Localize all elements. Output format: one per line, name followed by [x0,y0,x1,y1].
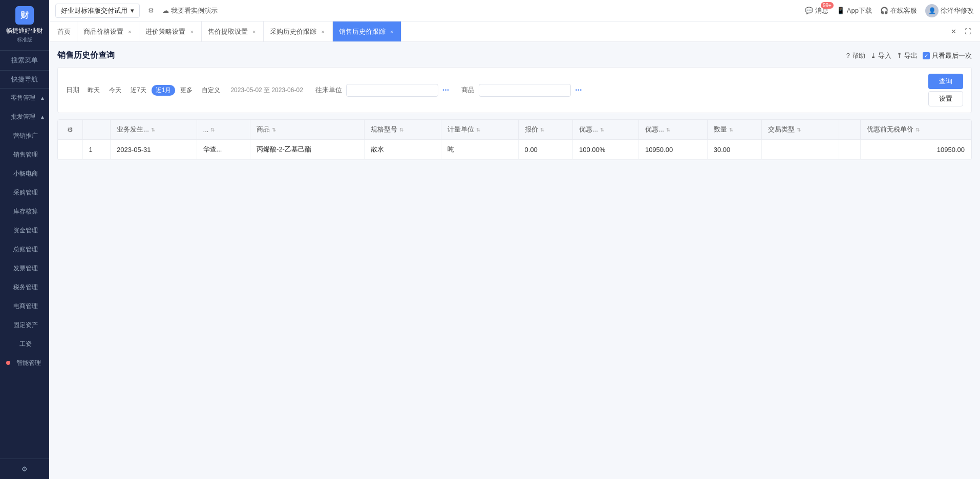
tab-sale-history[interactable]: 销售历史价跟踪 × [333,21,401,42]
page-header: 销售历史价查询 ? 帮助 ⤓ 导入 ⤒ 导出 ✓ 只看最后一次 [57,50,972,61]
sidebar-item-sales[interactable]: 销售管理 [0,145,49,164]
app-download-btn[interactable]: 📱 App下载 [837,6,872,15]
col-discount1[interactable]: 优惠... ⇅ [572,120,638,140]
sidebar-item-ledger[interactable]: 总账管理 [0,240,49,259]
col-pre-tax-price[interactable]: 优惠前无税单价 ⇅ [860,120,971,140]
sidebar-item-ecommerce-small[interactable]: 小畅电商 [0,164,49,183]
tab-sale-price[interactable]: 售价提取设置 × [202,21,264,42]
user-info[interactable]: 👤 徐泽华修改 [925,4,974,17]
tab-close-sale-price[interactable]: × [251,28,257,35]
col-quote[interactable]: 报价 ⇅ [518,120,572,140]
only-last-checkbox[interactable]: ✓ 只看最后一次 [923,51,972,60]
date-opt-1month[interactable]: 近1月 [152,85,176,96]
close-tab-btn[interactable]: ✕ [947,26,960,38]
sidebar-settings-btn[interactable]: ⚙ [0,459,49,479]
sort-icon: ⇅ [666,127,670,133]
topbar-right: 💬 消息 99+ 📱 App下载 🎧 在线客服 👤 徐泽华修改 [805,4,974,17]
sort-icon: ⇅ [540,127,544,133]
cell-quantity: 30.00 [707,140,761,160]
product-input[interactable] [479,84,571,97]
sidebar-item-marketing[interactable]: 营销推广 [0,126,49,145]
sidebar-item-finance[interactable]: 资金管理 [0,221,49,240]
query-button[interactable]: 查询 [928,74,963,89]
chevron-icon: ▲ [40,114,45,120]
sidebar-item-tax[interactable]: 税务管理 [0,278,49,297]
data-table: ⚙ 业务发生... ⇅ ... ⇅ [58,120,971,160]
col-tx-type[interactable]: 交易类型 ⇅ [762,120,839,140]
chevron-icon: ▲ [40,95,45,101]
sort-icon: ⇅ [729,127,733,133]
tab-price-strategy[interactable]: 进价策略设置 × [139,21,201,42]
sidebar-item-payroll[interactable]: 工资 [0,335,49,354]
export-icon: ⤒ [897,52,902,59]
col-biz-date[interactable]: 业务发生... ⇅ [110,120,197,140]
cell-discount1: 100.00% [572,140,638,160]
checkbox-checked-icon: ✓ [923,52,930,59]
product-dots[interactable]: ··· [575,85,582,95]
sidebar-item-ecommerce[interactable]: 电商管理 [0,297,49,316]
date-label: 日期 [66,85,79,95]
chevron-down-icon: ▾ [131,7,134,14]
settings-button[interactable]: 设置 [928,91,963,106]
table-container: ⚙ 业务发生... ⇅ ... ⇅ [57,119,972,160]
cell-discount2: 10950.00 [638,140,707,160]
import-link[interactable]: ⤓ 导入 [870,51,891,60]
col-spec[interactable]: 规格型号 ⇅ [364,120,441,140]
topbar-settings-btn[interactable]: ⚙ [144,4,158,18]
tab-close-price-strategy[interactable]: × [188,28,195,35]
sidebar-item-retail[interactable]: 零售管理 ▲ [0,89,49,107]
sidebar-item-purchase[interactable]: 采购管理 [0,183,49,202]
product-label: 商品 [461,85,475,95]
sidebar-search[interactable]: 搜索菜单 [0,51,49,71]
cell-quote: 0.00 [518,140,572,160]
col-unit[interactable]: 计量单位 ⇅ [441,120,518,140]
tab-purchase-history[interactable]: 采购历史价跟踪 × [264,21,332,42]
date-opt-yesterday[interactable]: 昨天 [83,85,104,96]
col-quantity[interactable]: 数量 ⇅ [707,120,761,140]
sidebar-item-wholesale[interactable]: 批发管理 ▲ [0,107,49,126]
sidebar-item-smart-mgmt[interactable]: 智能管理 [0,354,49,373]
sort-icon: ⇅ [797,127,801,133]
source-unit-input[interactable] [346,84,438,97]
tab-close-purchase-history[interactable]: × [319,28,326,35]
tab-close-product-price[interactable]: × [126,28,133,35]
sidebar-item-invoice[interactable]: 发票管理 [0,259,49,278]
download-icon: 📱 [837,7,845,14]
topbar-left: 好业财标准版交付试用 ▾ ⚙ ☁ 我要看实例演示 [55,4,218,18]
gear-icon: ⚙ [22,465,28,473]
dot-icon [6,361,10,365]
expand-tab-btn[interactable]: ⛶ [962,26,974,38]
tab-home[interactable]: 首页 [51,21,77,42]
gear-icon: ⚙ [148,7,154,14]
date-opt-today[interactable]: 今天 [105,85,125,96]
sidebar-item-fixed-assets[interactable]: 固定资产 [0,316,49,335]
date-opt-custom[interactable]: 自定义 [198,85,224,96]
tab-product-price[interactable]: 商品价格设置 × [77,21,139,42]
tab-close-sale-history[interactable]: × [389,28,395,35]
demo-link[interactable]: ☁ 我要看实例演示 [162,6,218,15]
import-icon: ⤓ [870,52,876,59]
sort-icon: ⇅ [600,127,604,133]
workspace-name: 好业财标准版交付试用 [61,6,127,15]
cloud-icon: ☁ [162,7,169,14]
date-opt-more[interactable]: 更多 [176,85,197,96]
export-link[interactable]: ⤒ 导出 [897,51,918,60]
col-discount2[interactable]: 优惠... ⇅ [638,120,707,140]
help-link[interactable]: ? 帮助 [846,51,865,60]
message-icon: 💬 [805,7,813,14]
date-opt-7days[interactable]: 近7天 [126,85,151,96]
sidebar-item-inventory[interactable]: 库存核算 [0,202,49,221]
sidebar-quick-nav[interactable]: 快捷导航 [0,71,49,89]
message-btn[interactable]: 💬 消息 99+ [805,6,828,15]
logo-icon: 财 [15,6,34,25]
col-product[interactable]: 商品 ⇅ [250,120,365,140]
workspace-selector[interactable]: 好业财标准版交付试用 ▾ [55,4,140,18]
source-unit-dots[interactable]: ··· [442,85,449,95]
online-service-btn[interactable]: 🎧 在线客服 [880,6,917,15]
col-gear[interactable]: ⚙ [58,120,82,140]
tabbar-actions: ✕ ⛶ [943,26,978,38]
sort-icon: ⇅ [210,127,215,133]
sidebar: 财 畅捷通好业财 标准版 搜索菜单 快捷导航 零售管理 ▲ 批发管理 ▲ 营销推… [0,0,49,479]
col-extra[interactable]: ... ⇅ [197,120,250,140]
filter-actions: 查询 设置 [928,74,963,106]
